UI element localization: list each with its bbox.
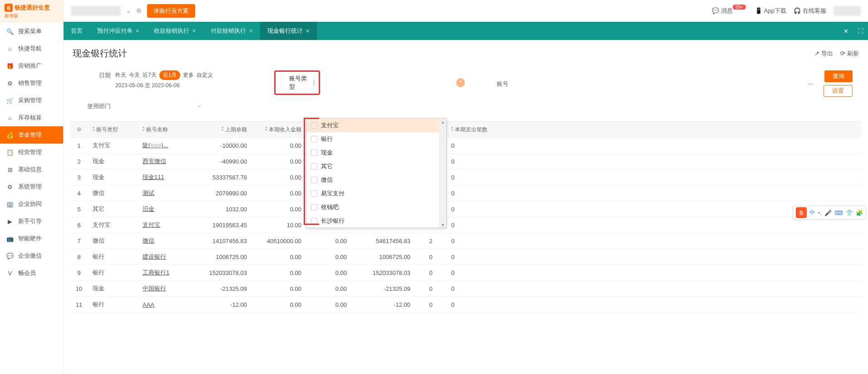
sort-icon[interactable]: ▴▾ [265,125,267,132]
ime-punct-icon[interactable]: •, [818,209,822,216]
account-name-link[interactable]: 支付宝 [143,221,160,228]
data-table: ⚙▴▾账号类型▴▾账号名称▴▾上期余额▴▾本期收入金额▴▾笔数▴▾本期支出笔数 … [70,122,862,313]
dropdown-item-1[interactable]: 银行 [306,132,446,146]
ime-mic-icon[interactable]: 🎤 [824,209,832,216]
account-name-link[interactable]: 现金111 [143,174,164,180]
sidebar-item-0[interactable]: 🔍搜索菜单 [0,23,63,40]
sort-icon[interactable]: ▴▾ [143,125,145,132]
account-name-link[interactable]: 测试 [143,189,154,196]
sort-icon[interactable]: ▴▾ [222,125,224,132]
col-header-4[interactable]: ▴▾本期收入金额 [252,122,306,138]
account-name-link[interactable]: 陡(○○○)... [143,142,168,149]
org-chevron-icon[interactable]: ⌄ [126,8,131,14]
date-chip-1[interactable]: 今天 [129,71,140,79]
col-header-8[interactable]: ▴▾本期支出笔数 [447,122,862,138]
dropdown-item-0[interactable]: 支付宝 [306,119,446,132]
tab-close-icon[interactable]: ✕ [249,28,253,34]
sidebar-item-4[interactable]: 🛒采购管理 [0,92,63,109]
dropdown-item-6[interactable]: 收钱吧 [306,200,446,214]
checkbox[interactable] [311,177,317,183]
tab-4[interactable]: 现金银行统计✕ [260,22,317,40]
date-chip-0[interactable]: 昨天 [115,71,126,79]
dropdown-scrollbar[interactable]: ▴ ▾ [439,119,446,228]
tab-close-icon[interactable]: ✕ [306,28,310,34]
checkbox[interactable] [311,204,317,210]
close-all-tabs-button[interactable]: ✕ [839,28,853,35]
sidebar-item-1[interactable]: ⌂快捷导航 [0,40,63,57]
account-type-select[interactable]: 账号类型 [274,70,320,95]
tab-0[interactable]: 首页 [64,22,90,40]
date-chip-2[interactable]: 近7天 [143,71,157,79]
account-name-link[interactable]: 旧金 [143,205,154,212]
ime-lang[interactable]: 中 [809,209,815,217]
dept-select[interactable]: ⌄ [115,101,202,108]
sidebar-item-14[interactable]: V畅会员 [0,264,63,282]
col-header-3[interactable]: ▴▾上期余额 [197,122,252,138]
trial-button[interactable]: 体验行业方案 [147,4,195,18]
ime-skin-icon[interactable]: 👕 [846,209,853,216]
sidebar-item-12[interactable]: 📺智能硬件 [0,230,63,247]
scroll-down-icon[interactable]: ▾ [439,221,446,228]
account-name-link[interactable]: AAA [143,301,154,308]
sidebar-item-8[interactable]: ⊞基础信息 [0,161,63,178]
checkbox[interactable] [311,150,317,156]
tab-2[interactable]: 收款核销执行✕ [147,22,203,40]
checkbox[interactable] [311,122,317,129]
ime-keyboard-icon[interactable]: ⌨ [834,209,843,216]
sidebar-item-10[interactable]: 🏢企业协同 [0,195,63,213]
dropdown-item-2[interactable]: 现金 [306,146,446,160]
export-button[interactable]: ↗ 导出 [814,50,833,58]
gear-icon[interactable]: ⚙ [136,7,142,14]
search-button[interactable]: 查询 [824,70,853,82]
col-header-0[interactable]: ⚙ [70,122,88,138]
sort-icon[interactable]: ▴▾ [93,125,95,132]
settings-button[interactable]: 设置 [824,85,853,97]
customer-service-link[interactable]: 🎧 在线客服 [794,7,826,15]
ime-toolbox-icon[interactable]: 🧩 [856,209,863,216]
date-chip-4[interactable]: 更多 [183,71,194,79]
sidebar-item-6[interactable]: 💰资金管理 [0,126,63,144]
checkbox[interactable] [311,218,317,224]
sidebar-item-5[interactable]: ⌂库存核算 [0,109,63,126]
sort-icon[interactable]: ▴▾ [451,125,454,132]
app-download-link[interactable]: 📱 App下载 [755,7,786,15]
sidebar-item-label: 资金管理 [18,131,42,139]
account-name-link[interactable]: 西安微信 [143,158,166,165]
col-header-2[interactable]: ▴▾账号名称 [138,122,197,138]
checkbox[interactable] [311,163,317,170]
more-filters-button[interactable]: ⋯ [808,80,814,87]
gear-icon[interactable]: ⚙ [77,126,82,133]
org-name[interactable] [71,6,121,16]
dropdown-item-3[interactable]: 其它 [306,160,446,173]
tab-3[interactable]: 付款核销执行✕ [203,22,260,40]
tab-close-icon[interactable]: ✕ [135,28,139,34]
expand-tabs-button[interactable]: ⛶ [853,28,868,35]
nav-icon: ⚙ [6,183,14,190]
sidebar-item-7[interactable]: 📋经营管理 [0,144,63,161]
messages-link[interactable]: 💬 消息 99+ [712,7,748,15]
checkbox[interactable] [311,136,317,142]
user-avatar[interactable] [833,6,861,16]
tab-1[interactable]: 预付冲应付单✕ [90,22,147,40]
account-name-link[interactable]: 建设银行 [143,253,166,260]
dropdown-item-4[interactable]: 微信 [306,173,446,187]
account-name-link[interactable]: 微信 [143,237,154,244]
sidebar-item-13[interactable]: 💬企业微信 [0,247,63,264]
account-name-link[interactable]: 工商银行1 [143,269,169,276]
date-chip-3[interactable]: 近1月 [159,70,181,80]
date-chip-5[interactable]: 自定义 [197,71,213,79]
checkbox[interactable] [311,190,317,197]
refresh-button[interactable]: ⟳ 刷新 [840,50,859,58]
account-name-link[interactable]: 中国银行 [143,285,166,292]
sidebar-item-11[interactable]: ▶新手引导 [0,213,63,230]
collapse-filter-icon[interactable]: ⌃ [456,78,465,87]
sidebar-item-9[interactable]: ⚙系统管理 [0,178,63,195]
col-header-1[interactable]: ▴▾账号类型 [88,122,138,138]
tab-close-icon[interactable]: ✕ [192,28,196,34]
ime-toolbar[interactable]: S 中 •, 🎤 ⌨ 👕 🧩 [793,206,866,219]
sidebar-item-2[interactable]: 🎁营销推广 [0,57,63,75]
sidebar-item-3[interactable]: ⚙销售管理 [0,75,63,92]
dropdown-item-7[interactable]: 长沙银行 [306,214,446,228]
scroll-up-icon[interactable]: ▴ [439,119,446,125]
dropdown-item-5[interactable]: 易宝支付 [306,187,446,200]
